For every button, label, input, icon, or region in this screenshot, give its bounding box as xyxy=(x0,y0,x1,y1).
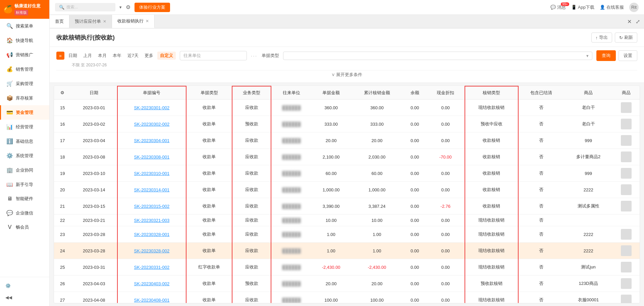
sidebar-collapse-btn[interactable]: ◀◀ xyxy=(0,292,49,303)
sidebar-item-guide[interactable]: 📖 新手引导 xyxy=(0,177,49,192)
export-btn[interactable]: ↑ 导出 xyxy=(591,33,612,43)
cell-include-cleared: 否 xyxy=(518,243,564,259)
tab-receipts[interactable]: 收款核销执行 ✕ xyxy=(112,15,155,28)
cell-goods: 2222 xyxy=(564,182,613,198)
col-header-include-cleared: 包含已结清 xyxy=(518,86,564,100)
table-row[interactable]: 17 2023-03-04 SK-20230304-001 收款单 应收款 ██… xyxy=(54,132,640,149)
topbar-gear-icon[interactable]: ⚙ xyxy=(126,4,130,10)
sidebar-item-sales[interactable]: 💰 销售管理 xyxy=(0,62,49,76)
date-btn-7days[interactable]: 近7天 xyxy=(125,52,141,60)
date-btn-more[interactable]: 更多 xyxy=(143,52,155,60)
filter-settings-btn[interactable]: 设置 xyxy=(619,50,637,61)
doc-type-label: 单据类型 xyxy=(262,53,279,59)
date-btn-this-month[interactable]: 本月 xyxy=(96,52,109,60)
cell-doc-no: SK-20230403-002 xyxy=(117,276,186,292)
cell-amount: 100.00 xyxy=(311,292,351,304)
table-row[interactable]: 16 2023-03-02 SK-20230302-002 收款单 预收款 ██… xyxy=(54,116,640,132)
tab-home[interactable]: 首页 xyxy=(50,15,69,28)
sidebar-item-search[interactable]: 🔍 搜索菜单 xyxy=(0,19,49,33)
doc-no-link[interactable]: SK-20230304-001 xyxy=(134,138,170,143)
cell-doc-no: SK-20230314-001 xyxy=(117,182,186,198)
sidebar-item-operations[interactable]: 📊 经营管理 xyxy=(0,120,49,134)
filter-expand-btn[interactable]: » xyxy=(56,52,64,60)
sidebar-item-enterprise[interactable]: 🏢 企业协同 xyxy=(0,163,49,177)
cell-include-cleared: 否 xyxy=(518,198,564,215)
sidebar-item-finance[interactable]: 💳 资金管理 xyxy=(0,105,49,120)
doc-no-link[interactable]: SK-20230403-002 xyxy=(134,281,170,286)
sidebar-item-wechat[interactable]: 💬 企业微信 xyxy=(0,206,49,220)
doc-no-link[interactable]: SK-20230408-001 xyxy=(134,298,170,303)
doc-no-link[interactable]: SK-20230328-002 xyxy=(134,248,170,253)
table-row[interactable]: 26 2023-04-03 SK-20230403-002 收款单 预收款 ██… xyxy=(54,276,640,292)
doc-type-filter[interactable]: ▾ xyxy=(283,52,592,60)
topbar-dropdown-btn[interactable]: ▾ xyxy=(119,5,122,10)
doc-no-link[interactable]: SK-20230328-001 xyxy=(134,232,170,237)
tab-payable[interactable]: 预计应应付单 ✕ xyxy=(69,15,112,28)
sidebar-item-inventory[interactable]: 📦 库存核算 xyxy=(0,91,49,105)
table-row[interactable]: 15 2023-03-01 SK-20230301-002 收款单 应收款 ██… xyxy=(54,100,640,116)
cell-include-cleared: 否 xyxy=(518,149,564,165)
cell-date: 2023-03-01 xyxy=(71,100,117,116)
table-row[interactable]: 27 2023-04-08 SK-20230408-001 收款单 应收款 ██… xyxy=(54,292,640,304)
gear-icon[interactable]: ⚙ xyxy=(60,90,64,95)
col-header-partner: 往来单位 xyxy=(271,86,311,100)
cell-doc-type: 收款单 xyxy=(186,243,232,259)
table-row[interactable]: 18 2023-03-08 SK-20230308-001 收款单 应收款 ██… xyxy=(54,149,640,165)
date-btn-last-month[interactable]: 上月 xyxy=(81,52,94,60)
doc-no-link[interactable]: SK-20230321-003 xyxy=(134,218,170,223)
col-header-gear[interactable]: ⚙ xyxy=(54,86,71,100)
sidebar-item-shortcut[interactable]: 🏠 快捷导航 xyxy=(0,33,49,48)
table-row[interactable]: 22 2023-03-21 SK-20230321-003 收款单 应收款 ██… xyxy=(54,215,640,226)
support-btn[interactable]: 👤 在线客服 xyxy=(600,4,624,10)
tab-receipts-close[interactable]: ✕ xyxy=(146,19,149,23)
doc-no-link[interactable]: SK-20230302-002 xyxy=(134,122,170,127)
table-row[interactable]: 20 2023-03-14 SK-20230314-001 收款单 应收款 ██… xyxy=(54,182,640,198)
cell-balance: 0.00 xyxy=(403,132,427,149)
doc-no-link[interactable]: SK-20230301-002 xyxy=(134,105,170,110)
solution-btn[interactable]: 体验行业方案 xyxy=(135,3,170,12)
table-row[interactable]: 19 2023-03-10 SK-20230310-001 收款单 应收款 ██… xyxy=(54,165,640,182)
partner-filter[interactable]: 往来单位 xyxy=(180,51,247,60)
query-btn[interactable]: 查询 xyxy=(596,50,616,61)
app-download-btn[interactable]: 📱 App下载 xyxy=(571,4,594,10)
sidebar-item-label-sales: 销售管理 xyxy=(16,66,33,72)
message-btn[interactable]: 💬 消息 99+ xyxy=(550,4,566,10)
collapse-icon: ◀◀ xyxy=(5,295,12,300)
cell-date: 2023-04-08 xyxy=(71,292,117,304)
cell-cash-discount: 0.00 xyxy=(426,165,465,182)
goods-thumbnail xyxy=(621,151,632,162)
doc-no-link[interactable]: SK-20230314-001 xyxy=(134,187,170,192)
cell-biz-type: 应收款 xyxy=(232,243,271,259)
sidebar-item-member[interactable]: V 畅会员 xyxy=(0,220,49,234)
doc-no-link[interactable]: SK-20230310-001 xyxy=(134,171,170,176)
expand-more-btn[interactable]: ∨ 展开更多条件 xyxy=(56,70,637,79)
refresh-btn[interactable]: ↻ 刷新 xyxy=(615,33,637,43)
user-avatar[interactable]: Rit xyxy=(629,3,639,12)
doc-no-link[interactable]: SK-20230308-001 xyxy=(134,155,170,160)
goods-thumbnail xyxy=(621,184,632,195)
table-row[interactable]: 24 2023-03-28 SK-20230328-002 收款单 应收款 ██… xyxy=(54,243,640,259)
sidebar-item-hardware[interactable]: 🖥 智能硬件 xyxy=(0,192,49,206)
cell-no: 23 xyxy=(54,226,71,243)
table-row[interactable]: 23 2023-03-28 SK-20230328-001 收款单 应收款 ██… xyxy=(54,226,640,243)
sidebar-item-basic[interactable]: ℹ️ 基础信息 xyxy=(0,134,49,148)
refresh-icon: ↻ xyxy=(619,35,623,40)
table-row[interactable]: 21 2023-03-15 SK-20230315-002 收款单 应收款 ██… xyxy=(54,198,640,215)
doc-no-link[interactable]: SK-20230315-002 xyxy=(134,204,170,209)
date-custom-tag[interactable]: 自定义 xyxy=(157,52,176,60)
date-btn-this-year[interactable]: 本年 xyxy=(111,52,123,60)
cell-partner: ██████ xyxy=(271,116,311,132)
tab-expand-btn[interactable]: ⤢ xyxy=(634,17,641,26)
table-row[interactable]: 25 2023-03-31 SK-20230331-002 红字收款单 应收款 … xyxy=(54,259,640,276)
sidebar-settings-btn[interactable]: ⚙️ xyxy=(0,280,49,292)
sidebar-item-system[interactable]: ⚙️ 系统管理 xyxy=(0,148,49,163)
tab-close-all-btn[interactable]: ✕ xyxy=(626,17,633,26)
cell-doc-type: 收款单 xyxy=(186,100,232,116)
sidebar-item-marketing[interactable]: 📢 营销推广 xyxy=(0,48,49,62)
tab-payable-close[interactable]: ✕ xyxy=(103,19,106,24)
topbar-search-box[interactable]: 🔍 搜索... xyxy=(55,3,115,11)
cell-accum-amount: 1,000.00 xyxy=(351,182,403,198)
sidebar-item-purchase[interactable]: 🛒 采购管理 xyxy=(0,76,49,91)
doc-no-link[interactable]: SK-20230331-002 xyxy=(134,265,170,270)
cell-doc-no: SK-20230302-002 xyxy=(117,116,186,132)
